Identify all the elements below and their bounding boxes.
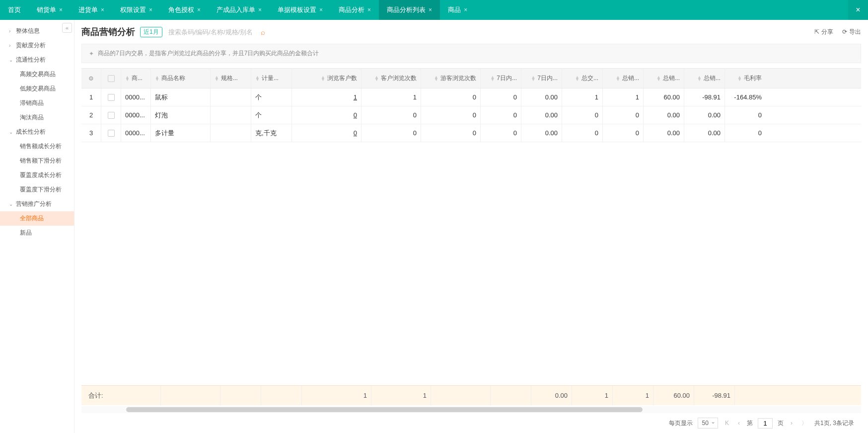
browse-customers-link[interactable]: 0 [354,111,357,119]
page-suffix: 页 [778,419,784,428]
column-header-spec[interactable]: ▲▼规格... [211,69,251,88]
prev-page-button[interactable]: ‹ [736,420,742,427]
sidebar-group-4[interactable]: ⌄营销推广分析 [0,197,74,211]
column-header-name[interactable]: ▲▼商品名称 [151,69,211,88]
close-icon[interactable]: × [258,6,262,13]
select-all-checkbox[interactable] [108,75,115,82]
close-icon[interactable]: × [319,6,323,13]
column-header-idx[interactable]: ⚙ [81,69,101,88]
sort-icon[interactable]: ▲▼ [656,76,661,81]
column-header-total_amt[interactable]: ▲▼总销... [644,69,684,88]
sort-icon[interactable]: ▲▼ [434,76,438,81]
sort-icon[interactable]: ▲▼ [215,76,219,81]
table-row[interactable]: 10000...鼠标个11000.001160.00-98.91-164.85% [81,88,861,106]
row-checkbox[interactable] [108,112,115,119]
tab-9[interactable]: 商品× [440,0,475,20]
sort-icon[interactable]: ▲▼ [321,76,325,81]
close-all-tabs-button[interactable]: × [848,0,868,20]
search-icon[interactable]: ⌕ [261,28,265,36]
sidebar-item-4-0[interactable]: 全部商品 [0,211,74,226]
table-row[interactable]: 20000...灯泡个00000.00000.000.000 [81,106,861,124]
share-button[interactable]: ⇱ 分享 [814,28,833,36]
close-icon[interactable]: × [59,6,63,13]
column-header-chk[interactable] [101,69,121,88]
column-label: 毛利率 [744,74,762,83]
sort-icon[interactable]: ▲▼ [374,76,379,81]
table-row[interactable]: 30000...多计量克,千克00000.00000.000.000 [81,124,861,142]
row-checkbox[interactable] [108,94,115,101]
column-header-d7_amt[interactable]: ▲▼7日内... [521,69,562,88]
sidebar-collapse-button[interactable]: « [62,23,72,33]
sidebar-group-1[interactable]: ›贡献度分析 [0,38,74,53]
cell-name: 鼠标 [151,88,211,106]
first-page-button[interactable]: K [723,420,731,427]
sidebar-group-3[interactable]: ⌄成长性分析 [0,125,74,139]
tab-1[interactable]: 销货单× [29,0,71,20]
browse-customers-link[interactable]: 1 [354,93,357,101]
row-checkbox[interactable] [108,130,115,137]
export-button[interactable]: ⟳ 导出 [842,28,861,36]
sort-icon[interactable]: ▲▼ [531,76,535,81]
chevron-icon: ⌄ [9,201,14,207]
sidebar-item-3-1[interactable]: 销售额下滑分析 [0,154,74,168]
sidebar-item-2-0[interactable]: 高频交易商品 [0,67,74,82]
sidebar-item-3-2[interactable]: 覆盖度成长分析 [0,168,74,182]
sidebar-item-3-0[interactable]: 销售额成长分析 [0,139,74,154]
column-header-customer_views[interactable]: ▲▼客户浏览次数 [362,69,421,88]
close-icon[interactable]: × [464,6,467,13]
gear-icon[interactable]: ⚙ [88,75,94,82]
tab-6[interactable]: 单据模板设置× [270,0,331,20]
tab-2[interactable]: 进货单× [71,0,112,20]
cell-browse_customers: 1 [292,88,362,106]
page-input[interactable] [758,418,773,429]
tab-0[interactable]: 首页 [0,0,29,20]
tab-4[interactable]: 角色授权× [160,0,209,20]
close-icon[interactable]: × [429,6,432,13]
sidebar-item-2-1[interactable]: 低频交易商品 [0,82,74,96]
sort-icon[interactable]: ▲▼ [575,76,579,81]
tab-3[interactable]: 权限设置× [112,0,160,20]
sidebar-item-2-2[interactable]: 滞销商品 [0,96,74,110]
close-icon[interactable]: × [197,6,201,13]
tab-8[interactable]: 商品分析列表× [379,0,440,20]
column-header-browse_customers[interactable]: ▲▼浏览客户数 [292,69,362,88]
sort-icon[interactable]: ▲▼ [255,76,260,81]
period-tag[interactable]: 近1月 [140,27,162,37]
column-header-code[interactable]: ▲▼商... [121,69,151,88]
cell-total_qty: 0 [603,124,644,142]
next-page-button[interactable]: › [789,420,795,427]
cell-total_qty: 1 [603,88,644,106]
per-page-select[interactable]: 50 [698,418,718,429]
sidebar-item-3-3[interactable]: 覆盖度下滑分析 [0,182,74,197]
sidebar-item-4-1[interactable]: 新品 [0,226,74,240]
last-page-button[interactable]: 〉 [799,419,809,428]
close-icon[interactable]: × [367,6,371,13]
cell-margin: 0 [725,106,766,124]
sort-icon[interactable]: ▲▼ [697,76,702,81]
scrollbar-thumb[interactable] [126,407,643,412]
column-header-guest_views[interactable]: ▲▼游客浏览次数 [421,69,481,88]
horizontal-scrollbar[interactable] [81,406,861,413]
sort-icon[interactable]: ▲▼ [125,76,130,81]
sort-icon[interactable]: ▲▼ [490,76,495,81]
browse-customers-link[interactable]: 0 [354,129,357,137]
close-icon[interactable]: × [149,6,152,13]
cell-idx: 1 [81,88,101,106]
sort-icon[interactable]: ▲▼ [155,76,159,81]
search-input[interactable] [167,26,257,38]
column-header-margin[interactable]: ▲▼毛利率 [725,69,766,88]
sidebar-group-2[interactable]: ⌄流通性分析 [0,53,74,67]
column-header-unit[interactable]: ▲▼计量... [251,69,292,88]
column-header-total_txn[interactable]: ▲▼总交... [562,69,603,88]
tab-7[interactable]: 商品分析× [331,0,379,20]
sort-icon[interactable]: ▲▼ [616,76,620,81]
column-header-total_profit[interactable]: ▲▼总销... [684,69,725,88]
tab-5[interactable]: 产成品入库单× [209,0,270,20]
column-header-total_qty[interactable]: ▲▼总销... [603,69,644,88]
column-header-d7_in[interactable]: ▲▼7日内... [481,69,521,88]
sidebar-item-2-3[interactable]: 淘汰商品 [0,110,74,125]
close-icon[interactable]: × [101,6,104,13]
sort-icon[interactable]: ▲▼ [737,76,742,81]
cell-d7_in: 0 [481,88,521,106]
data-table: ⚙▲▼商...▲▼商品名称▲▼规格...▲▼计量...▲▼浏览客户数▲▼客户浏览… [81,68,861,413]
